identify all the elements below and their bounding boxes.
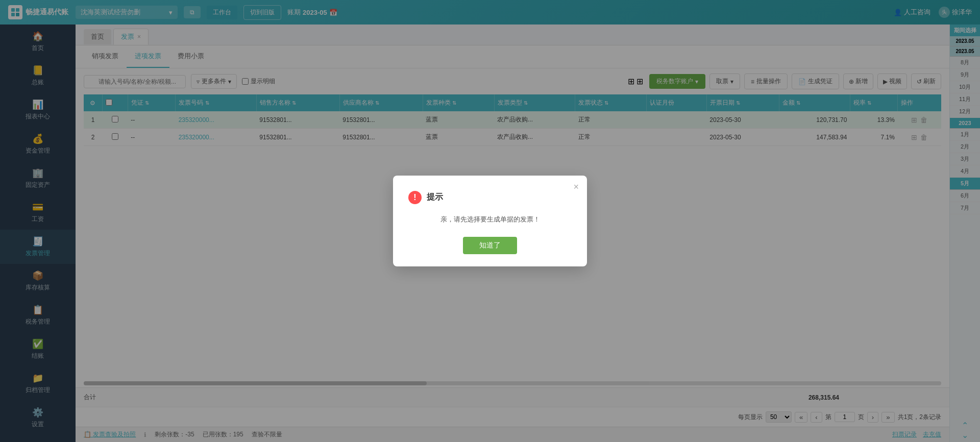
- modal-confirm-button[interactable]: 知道了: [463, 237, 517, 254]
- modal-body: 亲，请先选择要生成单据的发票！: [408, 214, 572, 225]
- modal-title: 提示: [427, 192, 443, 203]
- modal-box: × ! 提示 亲，请先选择要生成单据的发票！ 知道了: [393, 176, 587, 267]
- modal-title-row: ! 提示: [408, 191, 572, 204]
- modal-footer: 知道了: [408, 237, 572, 254]
- modal-overlay[interactable]: × ! 提示 亲，请先选择要生成单据的发票！ 知道了: [0, 0, 980, 442]
- modal-warning-icon: !: [408, 191, 422, 204]
- modal-close-button[interactable]: ×: [573, 182, 579, 192]
